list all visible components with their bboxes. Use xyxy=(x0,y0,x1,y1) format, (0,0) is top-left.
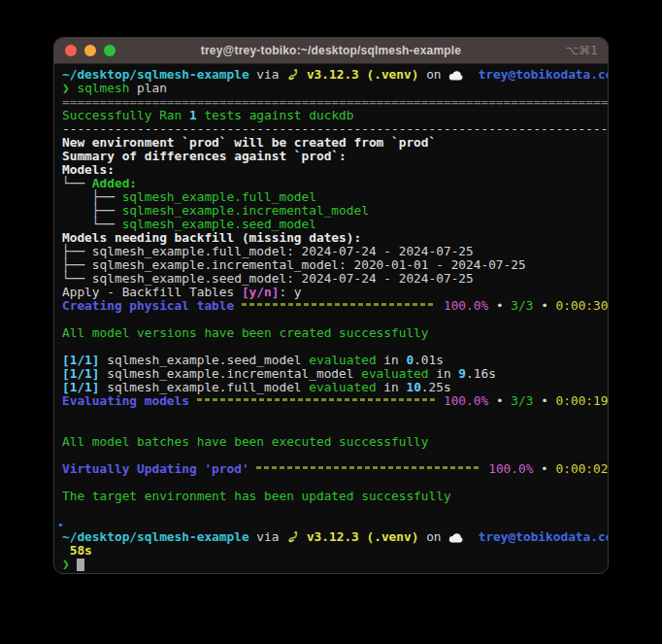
terminal-text: 10 xyxy=(406,380,420,394)
terminal-text: 100.0% xyxy=(488,461,533,476)
terminal-line: ▸ xyxy=(62,517,608,530)
terminal-text: .25s xyxy=(421,380,451,394)
terminal-text: 0:00:02 xyxy=(556,461,609,476)
terminal-line: ├── sqlmesh_example.incremental_model xyxy=(62,204,608,218)
terminal-text: [1/1] xyxy=(62,353,100,367)
terminal-line: 58s xyxy=(62,544,608,558)
terminal-text: • xyxy=(488,393,511,408)
terminal-text: sqlmesh_example.incremental_model: 2020-… xyxy=(92,257,526,272)
terminal-text: ├── xyxy=(62,189,122,204)
cloud-icon xyxy=(448,68,463,82)
progress-bar xyxy=(197,398,437,401)
terminal-line xyxy=(62,422,608,435)
terminal-text: sqlmesh_example.incremental_model xyxy=(122,203,369,218)
terminal-line: ❯ sqlmesh plan xyxy=(62,82,608,95)
terminal-text: ❯ xyxy=(62,557,77,571)
terminal-text: trey@tobikodata.com xyxy=(479,67,609,82)
close-button[interactable] xyxy=(65,45,77,56)
terminal-text: ├── xyxy=(62,244,92,258)
terminal-text: 100.0% xyxy=(444,393,488,408)
terminal-text: 0:00:19 xyxy=(556,393,609,408)
terminal-text: plan xyxy=(129,81,167,95)
terminal-line: The target environment has been updated … xyxy=(62,490,608,503)
terminal-text: • xyxy=(533,393,555,408)
terminal-text: tests against duckdb xyxy=(197,108,354,122)
terminal-text: 0:00:30 xyxy=(556,298,609,313)
terminal-line xyxy=(62,476,608,490)
terminal-text: ├── xyxy=(62,257,92,272)
terminal-text xyxy=(299,67,307,82)
cloud-icon xyxy=(448,530,463,544)
terminal-line: All model versions have been created suc… xyxy=(62,326,608,340)
terminal-text: ~/desktop/sqlmesh-example xyxy=(62,67,249,82)
terminal-text: evaluated xyxy=(361,366,428,381)
terminal-text: New environment `prod` will be created f… xyxy=(62,135,436,150)
terminal-screen[interactable]: ~/desktop/sqlmesh-example via v3.12.3 (.… xyxy=(54,64,608,571)
terminal-line: Successfully Ran 1 tests against duckdb xyxy=(62,109,608,122)
terminal-text: • xyxy=(533,298,555,313)
terminal-text xyxy=(436,298,444,313)
terminal-text: Added: xyxy=(92,176,137,190)
terminal-line: ├── sqlmesh_example.full_model: 2024-07-… xyxy=(62,245,608,258)
terminal-text: Creating physical table xyxy=(62,298,242,313)
command-mark-icon: ▸ xyxy=(58,519,64,529)
terminal-cursor xyxy=(77,559,84,571)
terminal-text: sqlmesh_example.full_model: 2024-07-24 -… xyxy=(92,244,474,258)
terminal-text: on xyxy=(418,67,448,82)
terminal-line xyxy=(62,449,608,462)
terminal-text: in xyxy=(377,380,407,394)
title-bar[interactable]: trey@trey-tobiko:~/desktop/sqlmesh-examp… xyxy=(54,38,608,64)
terminal-text: • xyxy=(488,298,511,313)
terminal-text: Models: xyxy=(62,162,115,177)
terminal-line: New environment `prod` will be created f… xyxy=(62,136,608,150)
window-title: trey@trey-tobiko:~/desktop/sqlmesh-examp… xyxy=(54,44,608,57)
terminal-text: via xyxy=(249,67,287,82)
terminal-text: 1 xyxy=(189,108,197,122)
terminal-text xyxy=(480,461,488,476)
terminal-text: [1/1] xyxy=(62,380,100,394)
terminal-text: • xyxy=(533,461,555,476)
terminal-text: 58s xyxy=(62,543,92,558)
terminal-text: 100.0% xyxy=(444,298,488,313)
terminal-text: 0 xyxy=(406,353,414,367)
terminal-text: sqlmesh_example.seed_model xyxy=(100,353,310,367)
terminal-text: Summary of differences against `prod`: xyxy=(62,149,347,163)
terminal-window: trey@trey-tobiko:~/desktop/sqlmesh-examp… xyxy=(53,37,609,574)
terminal-text: on xyxy=(418,529,448,544)
terminal-line: └── sqlmesh_example.seed_model: 2024-07-… xyxy=(62,272,608,286)
terminal-line: Apply - Backfill Tables [y/n]: y xyxy=(62,286,608,299)
terminal-text: [1/1] xyxy=(62,366,100,381)
python-icon xyxy=(286,68,299,82)
terminal-text: ========================================… xyxy=(62,94,608,109)
terminal-line xyxy=(62,503,608,517)
window-shortcut-badge: ⌥⌘1 xyxy=(566,38,598,63)
terminal-line: All model batches have been executed suc… xyxy=(62,435,608,449)
terminal-line: ========================================… xyxy=(62,95,608,109)
terminal-text: The target environment has been updated … xyxy=(62,489,451,503)
terminal-line: Virtually Updating 'prod' 100.0% • 0:00:… xyxy=(62,462,608,476)
terminal-text xyxy=(463,529,478,544)
terminal-text: via xyxy=(249,529,287,544)
terminal-line: ❯ xyxy=(62,558,608,571)
terminal-text: Virtually Updating 'prod' xyxy=(62,461,256,476)
terminal-text: All model batches have been executed suc… xyxy=(62,434,429,449)
terminal-text: ❯ xyxy=(62,81,77,95)
terminal-line: [1/1] sqlmesh_example.incremental_model … xyxy=(62,367,608,381)
minimize-button[interactable] xyxy=(84,45,96,56)
terminal-text xyxy=(463,67,478,82)
zoom-button[interactable] xyxy=(104,45,116,56)
progress-bar xyxy=(242,303,436,306)
terminal-text: ----------------------------------------… xyxy=(62,121,608,136)
terminal-line: ~/desktop/sqlmesh-example via v3.12.3 (.… xyxy=(62,530,608,544)
terminal-line: └── sqlmesh_example.seed_model xyxy=(62,218,608,231)
progress-bar xyxy=(256,466,480,469)
terminal-text: 3/3 xyxy=(511,298,533,313)
terminal-text: evaluated xyxy=(309,353,376,367)
terminal-text xyxy=(299,529,307,544)
terminal-text: [y/n] xyxy=(242,285,280,299)
traffic-lights xyxy=(65,38,116,63)
terminal-line: ~/desktop/sqlmesh-example via v3.12.3 (.… xyxy=(62,68,608,82)
terminal-line: Summary of differences against `prod`: xyxy=(62,150,608,163)
terminal-line xyxy=(62,408,608,422)
terminal-text: 3/3 xyxy=(511,393,533,408)
